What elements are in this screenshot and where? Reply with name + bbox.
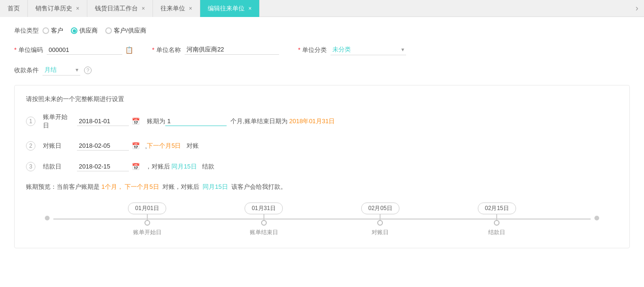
step-1-end-date: 2018年01月31日	[288, 117, 335, 126]
tab-partner-unit-label: 往来单位	[161, 4, 185, 13]
main-content: 单位类型 客户 供应商 客户/供应商 * 单位编码 📋 * 单位名称	[0, 17, 644, 287]
tl-label-3: 对账日	[372, 228, 389, 236]
timeline-node-4: 02月15日 结款日	[478, 203, 516, 236]
unit-code-icon[interactable]: 📋	[125, 46, 133, 54]
unit-type-radio-group: 客户 供应商 客户/供应商	[42, 26, 146, 35]
tl-label-2: 账单结束日	[250, 228, 278, 236]
step-row-1: 1 账单开始日 📅 账期为 个月,账单结束日期为 2018年01月31日	[26, 113, 618, 130]
tl-stem-4	[496, 214, 497, 220]
preview-period: 1个月，	[102, 183, 123, 190]
unit-name-group: * 单位名称	[152, 45, 279, 55]
unit-name-star: *	[152, 46, 154, 53]
tab-sales-order-history[interactable]: 销售订单历史 ×	[28, 0, 87, 17]
tab-cash-work-close[interactable]: ×	[142, 5, 145, 12]
radio-both-circle	[105, 27, 112, 34]
tl-stem-3	[380, 214, 381, 220]
unit-category-label: 单位分类	[302, 46, 327, 54]
timeline-container: 01月01日 账单开始日 01月31日 账单结束日 02月05日	[26, 203, 618, 236]
unit-category-dropdown[interactable]: 未分类 ▾	[330, 44, 406, 55]
step-3-num: 3	[26, 162, 35, 171]
unit-code-group: * 单位编码 📋	[14, 45, 133, 55]
radio-supplier[interactable]: 供应商	[71, 26, 98, 35]
step-2-cal-icon[interactable]: 📅	[132, 142, 140, 150]
preview-mid: 下一个月5日	[125, 183, 159, 190]
tl-dot-4	[494, 220, 500, 226]
tab-partner-unit[interactable]: 往来单位 ×	[153, 0, 200, 17]
unit-category-group: * 单位分类 未分类 ▾	[298, 44, 406, 55]
step-1-period-input[interactable]	[165, 117, 227, 126]
preview-suffix: 该客户会给我打款。	[229, 183, 287, 190]
step-2-suffix2: 对账	[185, 142, 199, 150]
radio-both[interactable]: 客户/供应商	[105, 26, 146, 35]
timeline-node-2: 01月31日 账单结束日	[245, 203, 283, 236]
step-1-num: 1	[26, 117, 35, 126]
step-2-highlight: 下一个月5日	[147, 142, 181, 150]
tab-edit-partner-unit-close[interactable]: ×	[248, 5, 252, 12]
radio-supplier-circle	[71, 27, 77, 34]
step-row-2: 2 对账日 📅 , 下一个月5日 对账	[26, 141, 618, 151]
tl-date-4: 02月15日	[478, 203, 516, 214]
radio-customer[interactable]: 客户	[42, 26, 63, 35]
tab-sales-order-history-close[interactable]: ×	[76, 5, 79, 12]
timeline-nodes: 01月01日 账单开始日 01月31日 账单结束日 02月05日	[45, 203, 599, 236]
timeline-left-dot	[45, 216, 50, 220]
tl-dot-1	[144, 220, 150, 226]
tab-home[interactable]: 首页	[0, 0, 28, 17]
step-2-num: 2	[26, 141, 35, 151]
timeline-right-dot	[594, 216, 599, 220]
tl-date-2: 01月31日	[245, 203, 283, 214]
step-3-label: 结款日	[43, 162, 71, 171]
step-row-3: 3 结款日 📅 ，对账后 同月15日 结款	[26, 162, 618, 171]
radio-customer-circle	[42, 27, 49, 34]
unit-category-star: *	[298, 46, 300, 53]
tl-dot-2	[261, 220, 267, 226]
tab-bar: 首页 销售订单历史 × 钱货日清工作台 × 往来单位 × 编辑往来单位 × ›	[0, 0, 644, 17]
step-1-cal-icon[interactable]: 📅	[132, 118, 140, 125]
tab-cash-work[interactable]: 钱货日清工作台 ×	[87, 0, 153, 17]
tl-stem-1	[147, 214, 148, 220]
unit-type-row: 单位类型 客户 供应商 客户/供应商	[14, 26, 630, 35]
unit-info-row: * 单位编码 📋 * 单位名称 * 单位分类 未分类 ▾	[14, 44, 630, 55]
unit-code-label: 单位编码	[18, 46, 43, 54]
timeline-node-1: 01月01日 账单开始日	[128, 203, 166, 236]
step-1-suffix-before: 账期为	[144, 117, 165, 126]
step-3-suffix2: 结款	[201, 162, 215, 171]
tab-home-label: 首页	[8, 4, 20, 13]
step-2-date-input[interactable]	[77, 141, 129, 151]
step-3-date-input[interactable]	[77, 162, 129, 171]
unit-name-input[interactable]	[185, 45, 279, 55]
tl-label-1: 账单开始日	[133, 228, 161, 236]
step-1-label: 账单开始日	[43, 113, 71, 130]
radio-customer-label: 客户	[51, 26, 63, 35]
payment-terms-help[interactable]: ?	[84, 67, 92, 74]
tl-label-4: 结款日	[488, 228, 505, 236]
preview-prefix: 账期预览：当前客户账期是	[26, 183, 100, 190]
unit-code-star: *	[14, 46, 17, 53]
tl-left-circle	[45, 216, 50, 220]
step-3-highlight: 同月15日	[170, 162, 197, 171]
tab-edit-partner-unit[interactable]: 编辑往来单位 ×	[200, 0, 260, 17]
radio-both-label: 客户/供应商	[114, 26, 146, 35]
step-1-date-input[interactable]	[77, 117, 129, 126]
payment-terms-arrow: ▾	[76, 67, 78, 73]
step-3-suffix1: ，对账后	[144, 162, 170, 171]
preview-row: 账期预览：当前客户账期是 1个月， 下一个月5日 对账，对账后 同月15日 该客…	[26, 183, 618, 191]
preview-mid2: 对账，对账后	[161, 183, 199, 190]
payment-terms-row: 收款条件 月结 ▾ ?	[14, 65, 630, 76]
period-title: 请按照未来的一个完整帐期进行设置	[26, 95, 618, 103]
period-box: 请按照未来的一个完整帐期进行设置 1 账单开始日 📅 账期为 个月,账单结束日期…	[14, 85, 630, 248]
radio-supplier-label: 供应商	[79, 26, 98, 35]
step-3-cal-icon[interactable]: 📅	[132, 163, 140, 170]
tab-sales-order-history-label: 销售订单历史	[35, 4, 72, 13]
tl-date-1: 01月01日	[128, 203, 166, 214]
preview-end: 同月15日	[201, 183, 228, 190]
step-1-suffix-after: 个月,账单结束日期为	[230, 117, 288, 126]
tab-cash-work-label: 钱货日清工作台	[95, 4, 138, 13]
payment-terms-dropdown[interactable]: 月结 ▾	[42, 65, 80, 76]
tab-more-button[interactable]: ›	[630, 0, 644, 17]
tl-dot-3	[377, 220, 383, 226]
payment-terms-label: 收款条件	[14, 66, 39, 75]
tab-partner-unit-close[interactable]: ×	[189, 5, 192, 12]
tl-date-3: 02月05日	[361, 203, 399, 214]
unit-code-input[interactable]	[47, 45, 122, 55]
